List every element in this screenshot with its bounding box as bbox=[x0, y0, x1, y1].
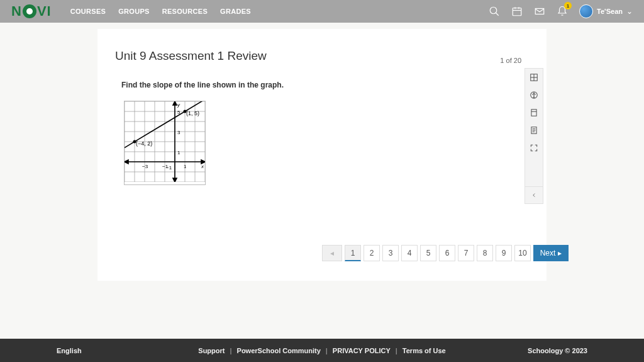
grid-tool-icon[interactable] bbox=[525, 69, 543, 86]
logo-o-icon bbox=[23, 4, 36, 18]
page-button-10[interactable]: 10 bbox=[514, 245, 531, 261]
page-button-7[interactable]: 7 bbox=[458, 245, 474, 261]
svg-rect-6 bbox=[535, 9, 544, 14]
svg-marker-28 bbox=[125, 160, 128, 164]
svg-text:−3: −3 bbox=[142, 164, 148, 169]
app-footer: English Support | PowerSchool Community … bbox=[0, 339, 644, 362]
svg-rect-51 bbox=[531, 110, 536, 116]
svg-text:1: 1 bbox=[177, 150, 180, 156]
question-text: Find the slope of the line shown in the … bbox=[121, 81, 529, 89]
svg-marker-31 bbox=[173, 178, 177, 182]
question-graph: (1, 5) (−4, 2) y x 5 3 1 −1 −3 −1 1 bbox=[124, 101, 206, 185]
tools-panel bbox=[525, 68, 543, 196]
page-button-3[interactable]: 3 bbox=[382, 245, 399, 261]
nav-groups[interactable]: GROUPS bbox=[118, 8, 149, 15]
svg-point-0 bbox=[490, 7, 497, 14]
user-name: Te'Sean bbox=[597, 8, 623, 15]
header-right: 1 Te'Sean ⌄ bbox=[489, 4, 633, 18]
page-button-5[interactable]: 5 bbox=[420, 245, 436, 261]
logo-letter: VI bbox=[37, 3, 52, 20]
language-selector[interactable]: English bbox=[57, 347, 82, 354]
svg-text:(−4, 2): (−4, 2) bbox=[136, 140, 152, 147]
assessment-card: Unit 9 Assessment 1 Review Find the slop… bbox=[97, 29, 547, 281]
main-nav: COURSES GROUPS RESOURCES GRADES bbox=[70, 8, 251, 15]
calculator-tool-icon[interactable] bbox=[525, 104, 543, 122]
svg-text:−1: −1 bbox=[162, 164, 169, 169]
svg-point-50 bbox=[533, 93, 535, 94]
pagination: ◂ 1 2 3 4 5 6 7 8 9 10 Next ▸ bbox=[322, 245, 569, 261]
svg-text:y: y bbox=[177, 102, 180, 108]
fullscreen-tool-icon[interactable] bbox=[525, 139, 543, 157]
logo-letter: N bbox=[11, 3, 22, 20]
logo[interactable]: N VI bbox=[11, 3, 52, 20]
chevron-down-icon: ⌄ bbox=[626, 7, 633, 16]
nav-grades[interactable]: GRADES bbox=[220, 8, 251, 15]
nav-resources[interactable]: RESOURCES bbox=[162, 8, 208, 15]
svg-marker-30 bbox=[173, 101, 177, 105]
page-button-2[interactable]: 2 bbox=[364, 245, 380, 261]
nav-courses[interactable]: COURSES bbox=[70, 8, 106, 15]
page-button-4[interactable]: 4 bbox=[401, 245, 418, 261]
notifications-icon[interactable]: 1 bbox=[557, 6, 568, 17]
page-button-6[interactable]: 6 bbox=[439, 245, 455, 261]
svg-text:x: x bbox=[201, 164, 204, 169]
svg-line-1 bbox=[496, 13, 499, 16]
mail-icon[interactable] bbox=[534, 6, 545, 17]
page-button-8[interactable]: 8 bbox=[477, 245, 493, 261]
footer-link-terms[interactable]: Terms of Use bbox=[402, 347, 446, 354]
search-icon[interactable] bbox=[489, 6, 500, 17]
copyright: Schoology © 2023 bbox=[528, 347, 587, 354]
assessment-title: Unit 9 Assessment 1 Review bbox=[115, 49, 529, 63]
svg-text:5: 5 bbox=[177, 110, 180, 115]
accessibility-tool-icon[interactable] bbox=[525, 86, 543, 104]
footer-link-privacy[interactable]: PRIVACY POLICY bbox=[333, 347, 391, 354]
progress-indicator: 1 of 20 bbox=[500, 57, 521, 64]
notes-tool-icon[interactable] bbox=[525, 122, 543, 139]
avatar bbox=[579, 4, 593, 18]
footer-links: Support | PowerSchool Community | PRIVAC… bbox=[198, 347, 445, 354]
page-button-9[interactable]: 9 bbox=[496, 245, 512, 261]
user-menu[interactable]: Te'Sean ⌄ bbox=[579, 4, 633, 18]
svg-text:(1, 5): (1, 5) bbox=[186, 110, 199, 116]
next-page-button[interactable]: Next ▸ bbox=[533, 245, 569, 261]
collapse-panel-button[interactable] bbox=[525, 186, 543, 204]
calendar-icon[interactable] bbox=[511, 6, 523, 17]
notification-badge: 1 bbox=[564, 2, 572, 9]
prev-page-button[interactable]: ◂ bbox=[322, 245, 342, 261]
svg-text:1: 1 bbox=[184, 164, 187, 169]
svg-rect-2 bbox=[513, 8, 521, 16]
footer-link-support[interactable]: Support bbox=[198, 347, 225, 354]
footer-link-community[interactable]: PowerSchool Community bbox=[237, 347, 321, 354]
app-header: N VI COURSES GROUPS RESOURCES GRADES 1 T… bbox=[0, 0, 644, 23]
svg-text:3: 3 bbox=[177, 130, 180, 135]
page-button-1[interactable]: 1 bbox=[345, 245, 361, 261]
